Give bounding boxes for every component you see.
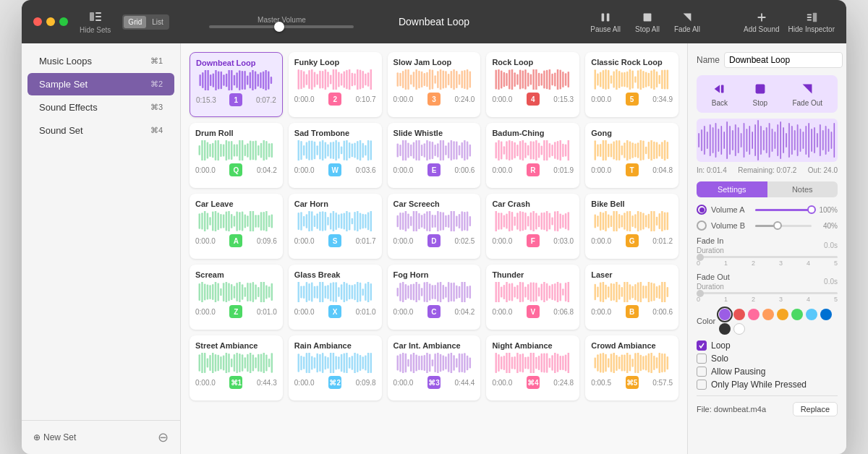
sound-card[interactable]: Glass Break 0:00.0 X 0:01.0: [289, 265, 382, 330]
solo-checkbox[interactable]: [697, 354, 707, 364]
sidebar-item-music-loops[interactable]: Music Loops⌘1: [27, 50, 174, 72]
svg-rect-208: [367, 140, 369, 160]
color-dot[interactable]: [719, 323, 731, 335]
color-dot[interactable]: [777, 309, 788, 320]
sound-card[interactable]: Night Ambiance 0:00.0 ⌘4 0:24.8: [486, 335, 579, 401]
fade-out-button[interactable]: Fade Out: [792, 81, 822, 107]
volume-b-slider[interactable]: [755, 225, 812, 227]
color-dot[interactable]: [762, 309, 774, 320]
svg-rect-723: [712, 127, 713, 153]
svg-rect-168: [236, 145, 237, 157]
settings-tab[interactable]: Settings: [697, 181, 767, 197]
sound-card[interactable]: Sad Trombone 0:00.0 W 0:03.6: [289, 123, 382, 188]
sound-card[interactable]: Car Crash 0:00.0 F 0:03.0: [486, 194, 579, 259]
back-button[interactable]: Back: [712, 81, 728, 107]
sound-card[interactable]: Scream 0:00.0 Z 0:01.0: [190, 265, 283, 330]
new-set-button[interactable]: ⊕ New Set: [33, 432, 76, 442]
volume-a-value: 100%: [816, 206, 838, 214]
svg-rect-339: [343, 213, 344, 229]
color-dot[interactable]: [748, 309, 760, 320]
color-dot[interactable]: [806, 309, 817, 320]
svg-rect-28: [236, 72, 237, 88]
sound-card-footer: 0:00.0 3 0:24.0: [393, 93, 475, 106]
color-dot[interactable]: [820, 309, 832, 320]
stop-all-button[interactable]: Stop All: [635, 11, 660, 33]
svg-rect-623: [354, 353, 355, 373]
color-dot[interactable]: [733, 309, 745, 320]
inspector-panel: Name Back Stop Fade Out: [687, 43, 846, 454]
sound-card[interactable]: Drum Roll 0:00.0 Q 0:04.2: [190, 123, 283, 188]
sound-card[interactable]: Car Leave 0:00.0 A 0:09.6: [190, 194, 283, 259]
sidebar-item-sample-set[interactable]: Sample Set⌘2: [27, 73, 174, 95]
sound-card[interactable]: Classic Rock Loop 0:00.0 5 0:34.9: [585, 52, 678, 117]
svg-rect-284: [642, 141, 644, 160]
fade-out-slider[interactable]: [697, 292, 838, 294]
sound-card[interactable]: Car Int. Ambiance 0:00.0 ⌘3 0:44.4: [388, 335, 481, 401]
svg-rect-282: [637, 142, 639, 158]
volume-b-radio[interactable]: [697, 220, 707, 231]
svg-rect-744: [771, 129, 773, 152]
sound-card[interactable]: Car Horn 0:00.0 S 0:01.7: [289, 194, 382, 259]
sound-card[interactable]: Car Screech 0:00.0 D 0:02.5: [388, 194, 481, 259]
remove-set-button[interactable]: ⊖: [158, 429, 169, 445]
minimize-button[interactable]: [46, 17, 55, 26]
sound-card[interactable]: Rock Loop 0:00.0 4 0:15.3: [486, 52, 579, 117]
master-volume-slider[interactable]: [209, 25, 354, 28]
svg-rect-474: [330, 283, 331, 301]
sound-card[interactable]: Bike Bell 0:00.0 G 0:01.2: [585, 194, 678, 259]
volume-a-radio[interactable]: [697, 205, 707, 215]
sound-waveform: [294, 282, 376, 302]
svg-rect-625: [359, 355, 361, 371]
maximize-button[interactable]: [59, 17, 68, 26]
stop-button[interactable]: Stop: [752, 81, 768, 107]
sound-card[interactable]: Gong 0:00.0 T 0:04.8: [585, 123, 678, 188]
svg-rect-479: [343, 282, 344, 302]
pause-all-button[interactable]: Pause All: [590, 11, 621, 33]
svg-rect-335: [332, 211, 333, 231]
close-button[interactable]: [33, 17, 42, 26]
sidebar-item-sound-effects[interactable]: Sound Effects⌘3: [27, 96, 174, 119]
sound-card[interactable]: Downbeat Loop 0:15.3 1 0:07.2: [190, 52, 283, 117]
svg-rect-276: [621, 145, 623, 155]
sound-card[interactable]: Slow Jam Loop 0:00.0 3 0:24.0: [388, 52, 481, 117]
key-badge: 2: [328, 93, 341, 106]
svg-rect-420: [632, 215, 634, 227]
fade-in-slider[interactable]: [697, 256, 838, 258]
only-play-checkbox[interactable]: [697, 380, 707, 390]
color-dot[interactable]: [733, 323, 745, 335]
svg-rect-272: [610, 144, 612, 158]
sound-card[interactable]: Street Ambiance 0:00.0 ⌘1 0:44.3: [190, 335, 283, 401]
svg-rect-505: [437, 283, 438, 302]
sound-waveform: [196, 70, 276, 90]
list-view-button[interactable]: List: [148, 16, 168, 28]
svg-rect-454: [252, 282, 254, 302]
sound-card[interactable]: Rain Ambiance 0:00.0 ⌘2 0:09.8: [289, 335, 382, 401]
sound-card[interactable]: Funky Loop 0:00.0 2 0:10.7: [289, 52, 382, 117]
fade-in-label: Fade In: [697, 236, 724, 245]
hide-sets-button[interactable]: Hide Sets: [80, 9, 111, 34]
key-badge: F: [527, 234, 540, 247]
sound-card[interactable]: Badum-Ching 0:00.0 R 0:01.9: [486, 123, 579, 188]
loop-checkbox[interactable]: [697, 340, 707, 351]
sound-card[interactable]: Crowd Ambiance 0:00.5 ⌘5 0:57.5: [585, 335, 678, 401]
svg-rect-585: [228, 354, 229, 372]
sound-card[interactable]: Fog Horn 0:00.0 C 0:04.2: [388, 265, 481, 330]
sound-card[interactable]: Thunder 0:00.0 V 0:06.8: [486, 265, 579, 330]
fade-all-button[interactable]: Fade All: [674, 11, 700, 33]
notes-tab[interactable]: Notes: [767, 181, 838, 197]
color-dot[interactable]: [791, 309, 803, 320]
volume-a-slider[interactable]: [755, 209, 812, 211]
add-sound-button[interactable]: Add Sound: [744, 11, 780, 33]
name-input[interactable]: [724, 52, 843, 68]
sidebar-item-sound-set[interactable]: Sound Set⌘4: [27, 119, 174, 142]
replace-button[interactable]: Replace: [793, 402, 838, 416]
color-dot[interactable]: [719, 309, 731, 320]
sound-card[interactable]: Slide Whistle 0:00.0 E 0:00.6: [388, 123, 481, 188]
svg-rect-544: [565, 283, 566, 301]
sound-card[interactable]: Laser 0:00.0 B 0:00.6: [585, 265, 678, 330]
allow-pausing-checkbox[interactable]: [697, 367, 707, 377]
svg-rect-709: [656, 357, 658, 368]
grid-view-button[interactable]: Grid: [124, 16, 146, 28]
hide-inspector-button[interactable]: Hide Inspector: [788, 11, 835, 33]
svg-rect-88: [445, 71, 446, 88]
